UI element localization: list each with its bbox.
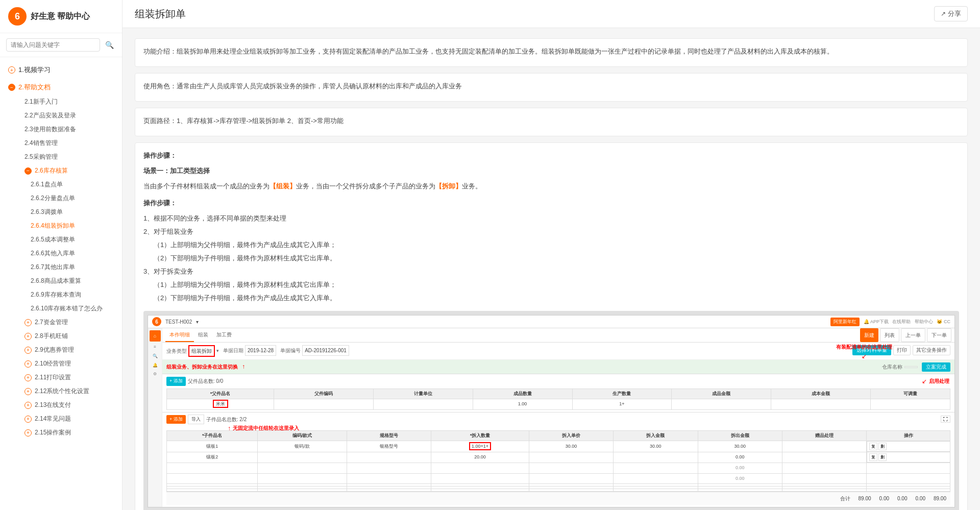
sidebar-item-operation[interactable]: + 2.10经营管理: [0, 357, 122, 371]
sidebar-item-mobile[interactable]: + 2.8手机旺铺: [0, 329, 122, 343]
app-logo: 6: [152, 317, 161, 326]
child-dis-out-2: 0.00: [698, 452, 782, 463]
child-op-1: 复 删: [867, 441, 950, 452]
share-icon: ↗: [941, 10, 946, 17]
sidebar-item-stock[interactable]: − 2.6库存核算: [0, 164, 122, 178]
child-copy-1[interactable]: 复: [869, 443, 877, 450]
btn-next[interactable]: 下一单: [927, 328, 951, 342]
sidebar-item-stockcheck[interactable]: 2.6.9库存账本查询: [0, 288, 122, 302]
child-delete-2[interactable]: 删: [878, 453, 887, 461]
sidebar-item-sales[interactable]: 2.4销售管理: [0, 136, 122, 150]
child-gift-1: [782, 441, 866, 452]
type-value[interactable]: 组装拆卸: [188, 345, 215, 357]
child-row-1: 镶板1 银码/款 银格型号 1.00+1+ 30.00 30.00 30.00: [167, 441, 950, 452]
scene-title: 场景一：加工类型选择: [143, 165, 959, 177]
th-parent-code: 父件编码: [274, 389, 374, 399]
sidebar-item-adjust[interactable]: 2.6.3调拨单: [0, 205, 122, 219]
th-product-amt: 成品金额: [672, 389, 771, 399]
screenshot-container: 6 TEST-H002 ▾ 阿里新年红 🔔 APP下载 在线帮助 帮助中心 🐱 …: [143, 311, 959, 510]
expand-icon-customize: +: [24, 388, 32, 395]
date-value[interactable]: 2019-12-28: [245, 345, 276, 356]
child-spec-1: 银格型号: [347, 441, 431, 452]
btn-save[interactable]: 立案完成: [922, 362, 950, 372]
tab-active[interactable]: 本作明细: [165, 328, 194, 342]
child-code-1: 银码/款: [258, 441, 347, 452]
topbar-icons: 🔔 APP下载 在线帮助 帮助中心 🐱 CC: [864, 318, 950, 326]
sidebar-item-coupon[interactable]: + 2.9优惠券管理: [0, 343, 122, 357]
sidebar-item-cost[interactable]: 2.6.5成本调整单: [0, 233, 122, 247]
sidebar-item-customize[interactable]: + 2.12系统个性化设置: [0, 384, 122, 398]
share-button[interactable]: ↗ 分享: [934, 6, 968, 21]
fullscreen-btn[interactable]: ⛶: [941, 416, 950, 423]
child-row-7: [167, 489, 950, 491]
sidebar-item-prepare[interactable]: 2.3使用前数据准备: [0, 123, 122, 136]
date-label: 单据日期: [223, 346, 243, 355]
field-warehouse: 仓库名称: [882, 362, 918, 371]
search-input[interactable]: [6, 38, 100, 52]
child-import-btn[interactable]: 导入: [188, 415, 204, 424]
child-copy-2[interactable]: 复: [869, 453, 877, 461]
btn-prev[interactable]: 上一单: [901, 328, 925, 342]
sidebar-item-inventory[interactable]: 2.6.1盘点单: [0, 178, 122, 191]
sidebar-item-docs[interactable]: − 2.帮助文档: [0, 80, 122, 95]
child-row-2: 镶板2 20.00 0.00: [167, 452, 950, 463]
th-disassemble-out-amt: 拆出金额: [698, 430, 782, 441]
tab-fee[interactable]: 加工费: [212, 328, 236, 342]
page-title: 组装拆卸单: [135, 7, 186, 21]
sidebar-item-faq[interactable]: + 2.14常见问题: [0, 412, 122, 426]
th-product-qty: 成品数量: [473, 389, 572, 399]
sidebar-item-split[interactable]: 2.6.2分量盘点单: [0, 191, 122, 205]
annotation1-area: 有装配清单的在这里处理 ↙: [835, 343, 893, 361]
btn-print[interactable]: 打印: [893, 345, 911, 355]
child-name-2: 镶板2: [167, 452, 258, 463]
main-area: 组装拆卸单 ↗ 分享 功能介绍：组装拆卸单用来处理企业组装或拆卸等加工业务，支持…: [122, 0, 980, 510]
sidebar-item-stockerror[interactable]: 2.6.10库存账本错了怎么办: [0, 302, 122, 315]
annotation4-text: 无固定流中任组轮在这里录入: [232, 424, 300, 432]
btn-more[interactable]: 其它业务操作: [913, 345, 950, 355]
total-val1: 89.00: [859, 494, 871, 503]
btn-new[interactable]: 新建: [860, 328, 878, 342]
total-label: 合计: [840, 494, 850, 503]
sidebar-item-newcomer[interactable]: 2.1新手入门: [0, 95, 122, 109]
child-delete-1[interactable]: 删: [878, 443, 887, 450]
field-num: 单据编号 AD-20191226-001: [280, 345, 349, 356]
expand-icon-video: +: [8, 66, 15, 74]
sidebar-item-purchase[interactable]: 2.5采购管理: [0, 150, 122, 164]
sidebar-item-onlinepay[interactable]: + 2.13在线支付: [0, 398, 122, 412]
sidebar-item-assemble[interactable]: 2.6.4组装拆卸单: [0, 219, 122, 233]
search-button[interactable]: 🔍: [103, 40, 116, 50]
section-add-btn[interactable]: + 添加: [166, 377, 186, 385]
child-dis-amt-2: [614, 452, 698, 463]
sidebar-item-print[interactable]: + 2.11打印设置: [0, 371, 122, 384]
expand-icon-cash: +: [24, 319, 32, 326]
sidebar-icon-settings: ⚙: [153, 371, 157, 378]
dropdown-arrow: ▾: [196, 318, 199, 326]
sidebar-item-install[interactable]: 2.2产品安装及登录: [0, 109, 122, 123]
field-date: 单据日期 2019-12-28: [223, 345, 276, 356]
steps-title: 操作步骤：: [143, 198, 959, 209]
sidebar-item-cases[interactable]: + 2.15操作案例: [0, 426, 122, 440]
total-val4: 0.00: [916, 494, 925, 503]
annotation3-text: 启用处理: [928, 377, 950, 385]
expand-icon-mobile: +: [24, 333, 32, 340]
child-add-btn[interactable]: + 添加: [166, 415, 186, 424]
app-main: ⌂ ≡ 🔍 🔔 ⚙ 本作明细 组装 加工费: [148, 328, 954, 507]
form-fields-area: 业务类型 组装拆卸 ▾ 单据日期 2019-12-28 单据编号: [162, 343, 954, 360]
intro-block: 功能介绍：组装拆卸单用来处理企业组装或拆卸等加工业务，支持有固定装配清单的产品加…: [135, 38, 968, 67]
sidebar-icon-search: 🔍: [153, 353, 158, 360]
th-adjustable: 可调量: [871, 389, 950, 399]
th-op: 操作: [867, 430, 950, 441]
btn-list[interactable]: 列表: [880, 328, 899, 342]
sidebar-item-other-in[interactable]: 2.6.6其他入库单: [0, 247, 122, 260]
num-value[interactable]: AD-20191226-001: [302, 345, 349, 356]
expand-icon-print: +: [24, 374, 32, 381]
sidebar-item-other-out[interactable]: 2.6.7其他出库单: [0, 260, 122, 274]
tab-assemble[interactable]: 组装: [194, 328, 212, 342]
parent-row-1: 米米 1.00 1+: [167, 399, 950, 409]
warehouse-input[interactable]: [904, 366, 918, 368]
sidebar-item-goodscost[interactable]: 2.6.8商品成本重算: [0, 274, 122, 288]
sidebar-item-cash[interactable]: + 2.7资金管理: [0, 315, 122, 329]
sidebar-item-video[interactable]: + 1.视频学习: [0, 62, 122, 78]
intro-text: 功能介绍：组装拆卸单用来处理企业组装或拆卸等加工业务，支持有固定装配清单的产品加…: [143, 46, 959, 57]
logo-area: 6 好生意 帮助中心: [0, 0, 122, 33]
